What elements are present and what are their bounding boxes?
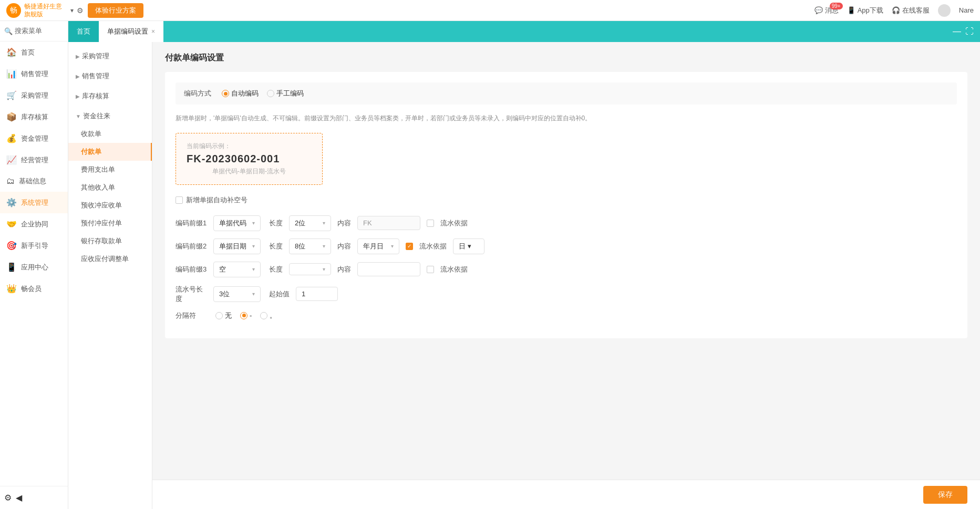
app-download-btn[interactable]: 📱 App下载 — [847, 6, 883, 15]
example-box: 当前编码示例： FK-20230602-001 单据代码-单据日期-流水号 — [176, 133, 323, 185]
serial-length-select[interactable]: 3位 ▾ — [213, 286, 261, 302]
tab-minimize-icon[interactable]: — — [953, 27, 961, 36]
length3-label: 长度 — [269, 265, 283, 274]
customer-service-btn[interactable]: 🎧 在线客服 — [892, 6, 930, 15]
tab-maximize-icon[interactable]: ⛶ — [965, 27, 974, 36]
sec-group-sales: ▶ 销售管理 — [68, 67, 152, 85]
experience-btn[interactable]: 体验行业方案 — [88, 3, 143, 18]
chevron-down-icon-l2: ▾ — [323, 243, 325, 249]
avatar[interactable] — [938, 4, 951, 17]
sec-item-receipt[interactable]: 收款单 — [68, 125, 152, 143]
headset-icon: 🎧 — [892, 6, 900, 14]
tab-encode-settings[interactable]: 单据编码设置 × — [99, 21, 163, 42]
logo-icon: 畅 — [6, 3, 21, 18]
sec-group-purchase-title[interactable]: ▶ 采购管理 — [68, 47, 152, 65]
basic-icon: 🗂 — [6, 176, 15, 186]
length3-select[interactable]: ▾ — [289, 263, 331, 275]
sidebar-item-basic[interactable]: 🗂 基础信息 — [0, 171, 68, 192]
auto-fill-checkbox[interactable] — [176, 196, 183, 204]
finance-icon: 💰 — [6, 133, 17, 143]
sep-dash-radio[interactable]: - — [240, 311, 252, 319]
sidebar-item-finance[interactable]: 💰 资金管理 — [0, 128, 68, 149]
arrow-right-icon3: ▶ — [76, 94, 80, 99]
arrow-right-icon: ▶ — [76, 54, 80, 59]
stream3-label: 流水依据 — [440, 265, 468, 274]
separator-label: 分隔符 — [176, 311, 207, 320]
sep-none-radio[interactable]: 无 — [215, 311, 232, 320]
sec-item-expense[interactable]: 费用支出单 — [68, 161, 152, 179]
length2-select[interactable]: 8位 ▾ — [289, 238, 331, 254]
prefix2-row: 编码前缀2 单据日期 ▾ 长度 8位 ▾ 内容 — [176, 238, 957, 254]
left-sidebar: 🔍 搜索菜单 🏠 首页 📊 销售管理 🛒 采购管理 📦 库存核算 💰 资金管理 … — [0, 21, 68, 509]
message-btn[interactable]: 💬 消息 99+ — [814, 6, 839, 15]
sec-item-other-income[interactable]: 其他收入单 — [68, 179, 152, 196]
sidebar-item-enterprise[interactable]: 🤝 企业协同 — [0, 213, 68, 235]
app-logo: 畅 畅捷通好生意 旗舰版 — [6, 3, 62, 18]
manual-encode-radio[interactable]: 手工编码 — [267, 89, 304, 98]
tabbar: 首页 单据编码设置 × — ⛶ — [68, 21, 980, 42]
chevron-down-icon-c2: ▾ — [391, 243, 394, 249]
tab-close-icon[interactable]: × — [151, 28, 155, 35]
encode-method-row: 编码方式 自动编码 手工编码 — [176, 82, 957, 105]
sep-dot-circle — [260, 312, 267, 319]
sidebar-item-newguide[interactable]: 🎯 新手引导 — [0, 235, 68, 256]
search-menu[interactable]: 🔍 搜索菜单 — [0, 21, 68, 41]
sidebar-item-sales[interactable]: 📊 销售管理 — [0, 63, 68, 85]
prefix2-select[interactable]: 单据日期 ▾ — [213, 238, 261, 254]
page-content: 付款单编码设置 编码方式 自动编码 — [152, 42, 980, 480]
serial-length-label: 流水号长度 — [176, 285, 207, 304]
sep-none-circle — [215, 312, 223, 319]
phone-icon: 📱 — [847, 6, 855, 14]
sidebar-item-member[interactable]: 👑 畅会员 — [0, 278, 68, 299]
sidebar-settings-icon[interactable]: ⚙ — [4, 493, 12, 503]
prefix3-select[interactable]: 空 ▾ — [213, 262, 261, 277]
operations-icon: 📈 — [6, 155, 17, 165]
stream2-checkbox[interactable]: ✓ — [406, 243, 413, 250]
sec-group-sales-title[interactable]: ▶ 销售管理 — [68, 67, 152, 85]
content-wrapper: 首页 单据编码设置 × — ⛶ ▶ 采购管理 — [68, 21, 980, 509]
search-icon: 🔍 — [4, 27, 13, 35]
chevron-down-icon[interactable]: ▾ — [70, 7, 74, 14]
encode-method-radio-group: 自动编码 手工编码 — [222, 89, 304, 98]
sec-item-adjustment[interactable]: 应收应付调整单 — [68, 250, 152, 268]
auto-fill-row: 新增单据自动补空号 — [176, 195, 957, 205]
sec-group-capital-title[interactable]: ▼ 资金往来 — [68, 107, 152, 125]
newguide-icon: 🎯 — [6, 241, 17, 251]
sec-item-payment[interactable]: 付款单 — [68, 143, 152, 161]
sec-item-pre-payable[interactable]: 预付冲应付单 — [68, 214, 152, 232]
logo-text: 畅捷通好生意 旗舰版 — [24, 3, 62, 18]
save-button[interactable]: 保存 — [923, 486, 967, 504]
sec-item-bank-deposit[interactable]: 银行存取款单 — [68, 232, 152, 250]
start-value-input[interactable] — [296, 287, 338, 301]
content2-select[interactable]: 年月日 ▾ — [357, 238, 399, 254]
sidebar-item-appcenter[interactable]: 📱 应用中心 — [0, 256, 68, 278]
sidebar-collapse-icon[interactable]: ◀ — [16, 493, 22, 503]
sidebar-item-operations[interactable]: 📈 经营管理 — [0, 149, 68, 171]
auto-encode-radio[interactable]: 自动编码 — [222, 89, 259, 98]
message-badge: 99+ — [830, 3, 843, 9]
secondary-sidebar: ▶ 采购管理 ▶ 销售管理 ▶ 库存核算 — [68, 42, 152, 509]
appcenter-icon: 📱 — [6, 262, 17, 272]
settings-icon[interactable]: ⚙ — [77, 6, 84, 15]
prefix3-row: 编码前缀3 空 ▾ 长度 ▾ 内容 — [176, 262, 957, 277]
stream2-unit-select[interactable]: 日 ▾ — [453, 238, 484, 254]
sidebar-item-purchase[interactable]: 🛒 采购管理 — [0, 85, 68, 106]
content1-label: 内容 — [337, 219, 351, 228]
sep-dot-radio[interactable]: 。 — [260, 311, 276, 320]
content1-input[interactable] — [357, 216, 420, 230]
length1-select[interactable]: 2位 ▾ — [289, 215, 331, 231]
sec-item-pre-receivable[interactable]: 预收冲应收单 — [68, 196, 152, 214]
sidebar-item-home[interactable]: 🏠 首页 — [0, 41, 68, 63]
chevron-down-icon-l1: ▾ — [323, 220, 325, 226]
sidebar-item-system[interactable]: ⚙️ 系统管理 — [0, 192, 68, 213]
sec-group-purchase: ▶ 采购管理 — [68, 47, 152, 65]
chevron-down-icon-p3: ▾ — [252, 266, 255, 272]
stream3-checkbox[interactable] — [427, 266, 434, 273]
sec-group-inventory-title[interactable]: ▶ 库存核算 — [68, 87, 152, 105]
stream1-checkbox[interactable] — [427, 220, 434, 227]
home-icon: 🏠 — [6, 47, 17, 57]
content3-input[interactable] — [357, 262, 420, 276]
tab-home[interactable]: 首页 — [68, 21, 99, 42]
sidebar-item-inventory[interactable]: 📦 库存核算 — [0, 106, 68, 128]
prefix1-select[interactable]: 单据代码 ▾ — [213, 215, 261, 231]
